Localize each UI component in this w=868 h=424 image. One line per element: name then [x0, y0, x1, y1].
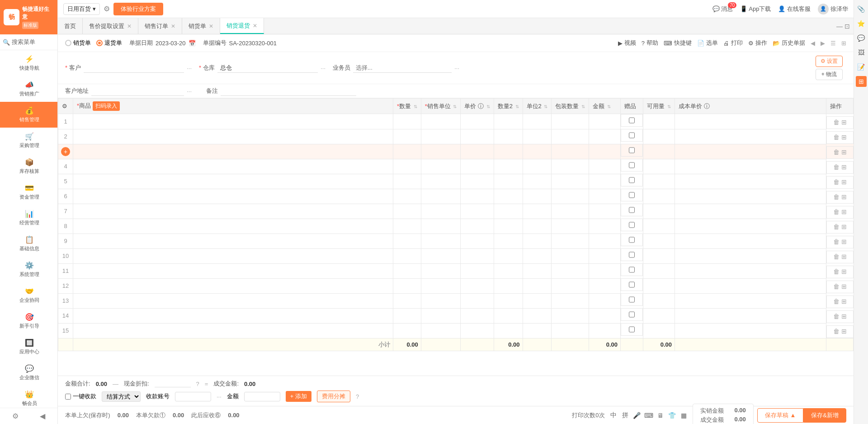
- cell-qty2-3[interactable]: [494, 144, 523, 159]
- save-draft-btn[interactable]: 保存草稿 ▲: [757, 408, 804, 423]
- tab-delivery-close[interactable]: ✕: [209, 23, 213, 29]
- cell-costprice-1[interactable]: [675, 114, 826, 129]
- cell-product-10[interactable]: [73, 248, 393, 263]
- cell-qty-13[interactable]: [393, 293, 421, 308]
- payment-checkbox[interactable]: [65, 394, 71, 400]
- cell-qty2-7[interactable]: [494, 204, 523, 219]
- cell-amount-2[interactable]: [589, 129, 621, 144]
- tab-sales-return[interactable]: 销货退货 ✕: [220, 18, 264, 34]
- tab-price-setting[interactable]: 售价提取设置 ✕: [83, 18, 138, 34]
- cell-gift-5[interactable]: [621, 174, 643, 186]
- copy-icon-1[interactable]: ⊞: [841, 119, 847, 127]
- settings-side-btn[interactable]: ⚙ 设置: [816, 56, 843, 67]
- cell-packqty-4[interactable]: [552, 159, 589, 174]
- sidebar-item-marketing[interactable]: 📣 营销推广: [0, 76, 57, 102]
- cell-costprice-10[interactable]: [675, 248, 826, 263]
- view-grid-icon[interactable]: ⊞: [841, 40, 846, 47]
- cell-available-13[interactable]: [643, 293, 675, 308]
- cell-price-5[interactable]: [461, 174, 494, 189]
- pinyin-icon[interactable]: 拼: [620, 410, 630, 420]
- cell-amount-10[interactable]: [589, 248, 621, 263]
- cell-unit-13[interactable]: [421, 293, 461, 308]
- cell-amount-1[interactable]: [589, 114, 621, 129]
- input-product-15[interactable]: [76, 327, 390, 334]
- sidebar-item-purchase[interactable]: 🛒 采购管理: [0, 128, 57, 153]
- gift-checkbox-7[interactable]: [629, 206, 635, 214]
- tab-return-close[interactable]: ✕: [253, 23, 257, 29]
- radio-return[interactable]: 退货单: [96, 39, 122, 47]
- delete-icon-2[interactable]: 🗑: [833, 133, 840, 142]
- action-select[interactable]: 📄 选单: [697, 39, 718, 47]
- cell-qty-15[interactable]: [393, 323, 421, 338]
- gift-checkbox-4[interactable]: [629, 161, 635, 169]
- cell-gift-9[interactable]: [621, 233, 643, 246]
- cell-qty2-11[interactable]: [494, 263, 523, 278]
- tab-home[interactable]: 首页: [58, 18, 83, 34]
- delete-icon-10[interactable]: 🗑: [833, 253, 840, 261]
- cell-qty-10[interactable]: [393, 248, 421, 263]
- cell-unit-14[interactable]: [421, 308, 461, 323]
- nav-next-icon[interactable]: ▶: [821, 40, 825, 47]
- cell-price-8[interactable]: [461, 219, 494, 233]
- cell-packqty-7[interactable]: [552, 204, 589, 219]
- delete-icon-1[interactable]: 🗑: [833, 119, 840, 127]
- input-product-8[interactable]: [76, 223, 390, 229]
- cell-price-11[interactable]: [461, 263, 494, 278]
- cell-qty2-9[interactable]: [494, 233, 523, 248]
- cell-available-1[interactable]: [643, 114, 675, 129]
- tab-sales-order[interactable]: 销售订单 ✕: [138, 18, 182, 34]
- cell-gift-14[interactable]: [621, 308, 643, 321]
- cell-packqty-14[interactable]: [552, 308, 589, 323]
- exp-btn[interactable]: 体验行业方案: [113, 3, 163, 15]
- cell-packqty-1[interactable]: [552, 114, 589, 129]
- sidebar-search[interactable]: 🔍 搜索菜单: [0, 34, 57, 50]
- nav-prev-icon[interactable]: ◀: [811, 40, 815, 47]
- cell-unit2-12[interactable]: [523, 278, 552, 293]
- cell-unit2-6[interactable]: [523, 189, 552, 204]
- input-product-13[interactable]: [76, 297, 390, 304]
- cell-available-14[interactable]: [643, 308, 675, 323]
- cell-qty-8[interactable]: [393, 219, 421, 233]
- delete-icon-9[interactable]: 🗑: [833, 238, 840, 246]
- cell-product-12[interactable]: [73, 278, 393, 293]
- delete-icon-12[interactable]: 🗑: [833, 283, 840, 291]
- right-sidebar-active-icon[interactable]: ⊞: [856, 76, 867, 87]
- cell-price-7[interactable]: [461, 204, 494, 219]
- cell-qty-2[interactable]: [393, 129, 421, 144]
- sidebar-item-newbie[interactable]: 🎯 新手引导: [0, 308, 57, 334]
- cell-costprice-14[interactable]: [675, 308, 826, 323]
- cell-price-2[interactable]: [461, 129, 494, 144]
- cell-product-8[interactable]: [73, 219, 393, 233]
- cell-qty2-5[interactable]: [494, 174, 523, 189]
- gift-checkbox-2[interactable]: [629, 131, 635, 139]
- cell-qty2-14[interactable]: [494, 308, 523, 323]
- copy-icon-2[interactable]: ⊞: [841, 133, 847, 142]
- cell-qty2-4[interactable]: [494, 159, 523, 174]
- staff-input[interactable]: [353, 63, 452, 73]
- input-product-12[interactable]: [76, 282, 390, 289]
- cell-unit-5[interactable]: [421, 174, 461, 189]
- cell-packqty-2[interactable]: [552, 129, 589, 144]
- tab-sales-delivery[interactable]: 销货单 ✕: [182, 18, 220, 34]
- sidebar-item-shortcut[interactable]: ⚡ 快捷导航: [0, 50, 57, 76]
- sidebar-settings-btn[interactable]: ⚙: [12, 412, 19, 420]
- cell-qty-1[interactable]: [393, 114, 421, 129]
- right-sidebar-chat-icon[interactable]: 💬: [856, 33, 867, 43]
- cell-qty2-13[interactable]: [494, 293, 523, 308]
- add-payment-btn[interactable]: + 添加: [286, 391, 311, 402]
- cell-product-6[interactable]: [73, 189, 393, 204]
- cell-qty2-15[interactable]: [494, 323, 523, 338]
- warehouse-dots-btn[interactable]: ···: [321, 65, 326, 71]
- copy-icon-5[interactable]: ⊞: [841, 178, 847, 186]
- cell-available-8[interactable]: [643, 219, 675, 233]
- delete-icon-4[interactable]: 🗑: [833, 163, 840, 172]
- gift-checkbox-9[interactable]: [629, 236, 635, 244]
- cell-qty-5[interactable]: [393, 174, 421, 189]
- gift-checkbox-15[interactable]: [629, 325, 635, 333]
- cell-qty-3[interactable]: [393, 144, 421, 159]
- cell-costprice-5[interactable]: [675, 174, 826, 189]
- cell-gift-6[interactable]: [621, 189, 643, 201]
- cell-costprice-12[interactable]: [675, 278, 826, 293]
- cell-packqty-9[interactable]: [552, 233, 589, 248]
- cell-unit-4[interactable]: [421, 159, 461, 174]
